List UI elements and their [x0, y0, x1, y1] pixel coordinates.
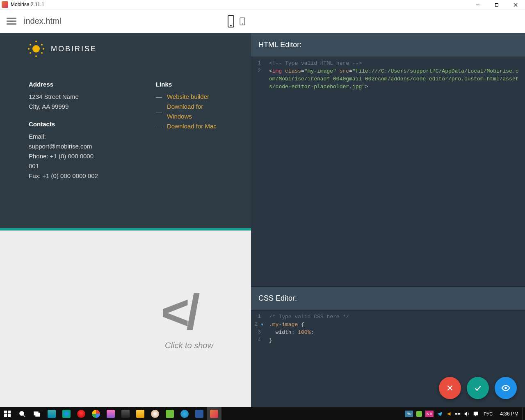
svg-rect-11	[4, 411, 7, 413]
fold-icon[interactable]: ▼	[260, 321, 264, 329]
svg-rect-18	[36, 413, 40, 416]
list-item: —Download for Mac	[156, 121, 222, 131]
menu-icon[interactable]	[7, 16, 16, 26]
svg-point-10	[504, 387, 507, 389]
contacts-email: Email: support@mobirise.com	[29, 132, 103, 151]
svg-rect-1	[495, 3, 498, 6]
tray-badge-nx[interactable]: N✕	[425, 411, 434, 417]
brace-open: {	[301, 322, 304, 328]
tray-telegram-icon[interactable]	[435, 407, 444, 420]
sun-logo-icon	[29, 41, 43, 56]
phone-icon[interactable]	[225, 13, 237, 30]
close-button[interactable]	[506, 0, 525, 9]
taskbar-app[interactable]	[177, 407, 192, 420]
line-number: 1	[251, 59, 267, 67]
html-code[interactable]: <!-- Type valid HTML here --> <img class…	[269, 59, 522, 91]
placeholder-hint: Click to show	[165, 341, 213, 350]
footer-col-address: Address 1234 Street Name City, AA 99999 …	[29, 81, 103, 181]
svg-rect-14	[8, 414, 11, 417]
logo-row: MOBIRISE	[29, 41, 222, 56]
editor-actions	[439, 377, 517, 399]
taskbar-app[interactable]	[162, 407, 177, 420]
css-selector: .my-image	[269, 322, 298, 328]
editor-pane: HTML Editor: 1 2 <!-- Type valid HTML he…	[251, 33, 525, 407]
confirm-button[interactable]	[467, 377, 489, 399]
tablet-icon[interactable]	[240, 13, 245, 30]
taskbar-app[interactable]	[74, 407, 89, 420]
svg-marker-23	[475, 415, 476, 416]
html-editor-body[interactable]: 1 2 <!-- Type valid HTML here --> <img c…	[251, 57, 525, 287]
html-editor-title: HTML Editor:	[258, 41, 301, 49]
line-number: 2	[251, 67, 267, 75]
list-item: —Download for Windows	[156, 102, 222, 121]
svg-rect-19	[455, 413, 457, 415]
cancel-button[interactable]	[439, 377, 461, 399]
html-comment: <!-- Type valid HTML here -->	[269, 60, 362, 66]
svg-rect-12	[8, 411, 11, 413]
colon: :	[292, 329, 295, 336]
css-gutter: 1 2 ▼ 3 4	[251, 313, 267, 344]
dash-icon: —	[156, 121, 162, 131]
window-controls	[468, 0, 525, 9]
show-desktop-button[interactable]	[523, 407, 525, 420]
angle-open: <	[269, 68, 272, 74]
taskbar-app-active[interactable]	[207, 407, 221, 420]
link-website-builder[interactable]: Website builder	[167, 92, 209, 102]
taskbar-app[interactable]	[59, 407, 74, 420]
window-titlebar: Mobirise 2.11.1	[0, 0, 525, 9]
footer-preview-block[interactable]: MOBIRISE Address 1234 Street Name City, …	[0, 33, 251, 228]
tray-notifications-icon[interactable]	[471, 407, 480, 420]
tray-language[interactable]: РУС	[480, 411, 496, 416]
line-number: 2 ▼	[251, 321, 267, 329]
links-heading: Links	[156, 81, 222, 88]
line-number: 4	[251, 336, 267, 344]
tray-network-icon[interactable]	[453, 407, 462, 420]
svg-point-7	[242, 24, 243, 25]
start-button[interactable]	[0, 407, 15, 420]
contacts-phone: Phone: +1 (0) 000 0000 001	[29, 151, 103, 171]
brace-close: }	[269, 337, 272, 343]
maximize-button[interactable]	[487, 0, 506, 9]
svg-rect-20	[458, 413, 460, 415]
css-editor-title: CSS Editor:	[258, 294, 297, 303]
taskbar-app[interactable]	[89, 407, 103, 420]
preview-button[interactable]	[495, 377, 517, 399]
device-switcher	[225, 9, 245, 33]
equals: =	[349, 68, 352, 74]
css-code[interactable]: /* Type valid CSS here */ .my-image { wi…	[269, 313, 522, 344]
svg-point-5	[231, 25, 232, 26]
minimize-button[interactable]	[468, 0, 487, 9]
search-button[interactable]	[15, 407, 30, 420]
address-line2: City, AA 99999	[29, 102, 103, 112]
taskbar-app[interactable]	[103, 407, 118, 420]
taskbar-app[interactable]	[118, 407, 133, 420]
link-download-mac[interactable]: Download for Mac	[167, 121, 217, 131]
address-heading: Address	[29, 81, 103, 88]
link-download-windows[interactable]: Download for Windows	[167, 102, 222, 121]
svg-point-15	[20, 411, 24, 415]
css-prop: width	[276, 329, 292, 336]
svg-marker-21	[465, 411, 467, 416]
footer-columns: Address 1234 Street Name City, AA 99999 …	[29, 81, 222, 181]
app-title: Mobirise 2.11.1	[11, 2, 44, 7]
taskbar-app[interactable]	[148, 407, 162, 420]
tray-badge-ru[interactable]: Ru	[405, 411, 413, 417]
system-tray: Ru N✕ ◀ РУС 4:36 PM	[405, 407, 525, 420]
tray-caret-icon[interactable]: ◀	[444, 407, 453, 420]
taskview-button[interactable]	[30, 407, 44, 420]
tray-clock[interactable]: 4:36 PM	[496, 411, 523, 417]
taskbar-app[interactable]	[133, 407, 148, 420]
tray-app-icon[interactable]	[415, 407, 424, 420]
taskbar-app[interactable]	[44, 407, 59, 420]
preview-pane: MOBIRISE Address 1234 Street Name City, …	[0, 33, 251, 407]
app-icon	[2, 1, 8, 8]
custom-html-placeholder[interactable]: </ Click to show	[0, 228, 251, 407]
semicolon: ;	[310, 329, 314, 336]
css-value: 100%	[298, 329, 310, 336]
angle-close: >	[365, 84, 368, 90]
app-toolbar: index.html	[0, 9, 525, 33]
tray-volume-icon[interactable]	[462, 407, 471, 420]
taskbar-app[interactable]	[192, 407, 207, 420]
tag-img: img	[272, 68, 282, 74]
svg-rect-13	[4, 414, 7, 417]
